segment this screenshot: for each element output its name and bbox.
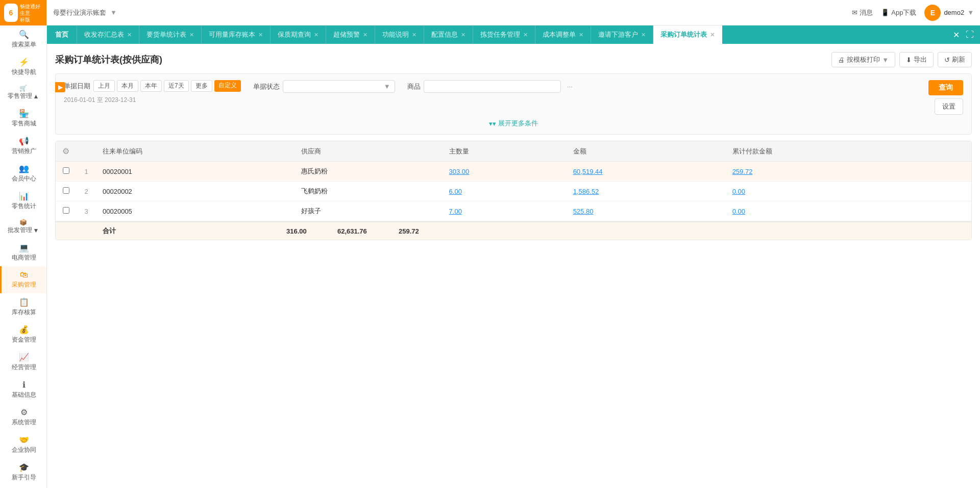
sidebar-item-quick-nav[interactable]: ⚡ 快捷导航: [0, 53, 46, 81]
tab-expiry-query[interactable]: 保质期查询 ✕: [271, 25, 326, 44]
sidebar-item-guide[interactable]: 🎓 新手引导: [0, 458, 46, 486]
tabbar-actions: ✕ ⛶: [947, 29, 980, 41]
wholesale-icon: 📦: [19, 219, 27, 226]
date-label: 单据日期: [64, 82, 90, 91]
page-inner: 采购订单统计表(按供应商) 🖨 按模板打印 ▼ ⬇ 导出 ↺ 刷新: [47, 44, 980, 488]
row-supplier-1: 惠氏奶粉: [295, 162, 443, 182]
maximize-btn[interactable]: ⛶: [964, 29, 976, 40]
goods-more-btn[interactable]: ···: [563, 82, 577, 91]
status-select[interactable]: ▼: [283, 80, 395, 93]
tab-config-info[interactable]: 配置信息 ✕: [424, 25, 473, 44]
breadcrumb-dropdown-icon[interactable]: ▼: [110, 9, 117, 16]
tab-invite-downstream[interactable]: 邀请下游客户 ✕: [591, 25, 653, 44]
refresh-btn[interactable]: ↺ 刷新: [938, 52, 972, 67]
tab-order-stats[interactable]: 要货单统计表 ✕: [139, 25, 202, 44]
tab-close-icon[interactable]: ✕: [641, 32, 646, 38]
message-btn[interactable]: ✉ 消息: [852, 8, 873, 17]
row-unit-code-2: 00020002: [96, 182, 295, 201]
sidebar-item-wholesale-mgmt[interactable]: 📦 批发管理 ▼: [0, 215, 46, 239]
refresh-icon: ↺: [944, 56, 950, 64]
settings-btn[interactable]: 设置: [935, 98, 963, 115]
sidebar-item-collab[interactable]: 🤝 企业协同: [0, 431, 46, 458]
tab-close-icon[interactable]: ✕: [363, 32, 368, 38]
row-paid-3[interactable]: 0.00: [726, 201, 925, 221]
more-date-btn[interactable]: 更多: [191, 80, 212, 92]
sidebar-item-basic-info[interactable]: ℹ 基础信息: [0, 376, 46, 403]
tab-close-icon[interactable]: ✕: [258, 32, 263, 38]
row-amount-2[interactable]: 1,586.52: [567, 182, 726, 201]
expand-more-btn[interactable]: ▾▾ 展开更多条件: [489, 119, 538, 128]
print-btn[interactable]: 🖨 按模板打印 ▼: [831, 52, 895, 67]
close-window-btn[interactable]: ✕: [951, 29, 962, 41]
sidebar-item-inventory[interactable]: 📋 库存核算: [0, 293, 46, 321]
tab-close-icon[interactable]: ✕: [523, 32, 528, 38]
sidebar-item-purchase-mgmt[interactable]: 🛍 采购管理: [0, 266, 46, 293]
sidebar-item-label: 新手引导: [12, 473, 36, 482]
row-amount-3[interactable]: 525.80: [567, 201, 726, 221]
row-extra-1: [924, 162, 971, 182]
tab-close-icon[interactable]: ✕: [461, 32, 465, 38]
date-range-text: 2016-01-01 至 2023-12-31: [64, 96, 241, 105]
7days-btn[interactable]: 近7天: [164, 80, 189, 92]
tab-purchase-order-stats[interactable]: 采购订单统计表 ✕: [653, 25, 722, 44]
export-btn[interactable]: ⬇ 导出: [899, 52, 934, 67]
sidebar-item-system[interactable]: ⚙ 系统管理: [0, 403, 46, 431]
last-month-btn[interactable]: 上月: [93, 80, 115, 92]
this-year-btn[interactable]: 本年: [140, 80, 162, 92]
filter-toggle-btn[interactable]: ▶: [55, 82, 65, 92]
tab-close-icon[interactable]: ✕: [579, 32, 583, 38]
sidebar-item-label: 采购管理: [12, 280, 36, 289]
app-download-btn[interactable]: 📱 App下载: [881, 8, 916, 17]
sidebar-item-retail-mgmt[interactable]: 🛒 零售管理 ▲: [0, 81, 46, 105]
sidebar-item-finance[interactable]: 💰 资金管理: [0, 321, 46, 348]
sidebar-item-label: 资金管理: [12, 336, 36, 344]
user-area[interactable]: E demo2 ▼: [924, 5, 974, 21]
table-settings-icon[interactable]: ⚙: [62, 147, 69, 156]
row-checkbox-2[interactable]: [56, 182, 76, 201]
tab-close-icon[interactable]: ✕: [189, 32, 194, 38]
row-paid-1[interactable]: 259.72: [726, 162, 925, 182]
this-month-btn[interactable]: 本月: [117, 80, 138, 92]
logo-text: 畅捷通好生意标版: [20, 3, 42, 23]
row-supplier-2: 飞鹤奶粉: [295, 182, 443, 201]
ecommerce-icon: 💻: [19, 243, 29, 252]
tab-close-icon[interactable]: ✕: [127, 32, 132, 38]
tab-cost-adjust[interactable]: 成本调整单 ✕: [535, 25, 591, 44]
tab-home[interactable]: 首页: [47, 25, 77, 44]
data-table: ⚙ 往来单位编码 供应商 主数量 金额 累计付款金额: [56, 141, 971, 221]
sidebar-item-ecommerce[interactable]: 💻 电商管理: [0, 239, 46, 266]
goods-input[interactable]: [424, 80, 561, 93]
sidebar-item-member-center[interactable]: 👥 会员中心: [0, 160, 46, 187]
footer-label: 合计: [96, 226, 178, 236]
sidebar-item-retail-shop[interactable]: 🏪 零售商城: [0, 105, 46, 132]
sidebar-item-retail-stats[interactable]: 📊 零售统计: [0, 187, 46, 215]
tab-close-icon[interactable]: ✕: [412, 32, 416, 38]
row-checkbox-3[interactable]: [56, 201, 76, 221]
row-quantity-2[interactable]: 6.00: [443, 182, 567, 201]
sidebar-item-operations[interactable]: 📈 经营管理: [0, 348, 46, 376]
tab-overstock-warning[interactable]: 超储预警 ✕: [326, 25, 375, 44]
sidebar-item-search[interactable]: 🔍 搜索菜单: [0, 25, 46, 53]
sidebar-item-label: 营销推广: [12, 147, 36, 156]
sidebar-item-label: 企业协同: [12, 446, 36, 454]
row-unit-code-1: 00020001: [96, 162, 295, 182]
row-quantity-3[interactable]: 7.00: [443, 201, 567, 221]
sidebar-item-marketing[interactable]: 📢 营销推广: [0, 132, 46, 160]
tab-receive-send[interactable]: 收发存汇总表 ✕: [77, 25, 139, 44]
row-paid-2[interactable]: 0.00: [726, 182, 925, 201]
breadcrumb: 母婴行业演示账套: [53, 8, 106, 17]
tab-close-icon-active[interactable]: ✕: [710, 32, 715, 38]
row-quantity-1[interactable]: 303.00: [443, 162, 567, 182]
row-checkbox-1[interactable]: [56, 162, 76, 182]
avatar: E: [924, 5, 941, 21]
user-dropdown-icon: ▼: [967, 9, 974, 16]
sidebar-item-label: 经营管理: [12, 363, 36, 372]
chevron-down-icon-2: ▼: [33, 227, 39, 234]
row-amount-1[interactable]: 60,519.44: [567, 162, 726, 182]
tab-available-inventory[interactable]: 可用量库存账本 ✕: [202, 25, 271, 44]
sidebar-item-app-center[interactable]: 📱 应用中心: [0, 486, 46, 488]
search-btn[interactable]: 查询: [928, 80, 963, 95]
tab-pick-task[interactable]: 拣货任务管理 ✕: [473, 25, 535, 44]
tab-close-icon[interactable]: ✕: [314, 32, 318, 38]
tab-function-desc[interactable]: 功能说明 ✕: [375, 25, 424, 44]
